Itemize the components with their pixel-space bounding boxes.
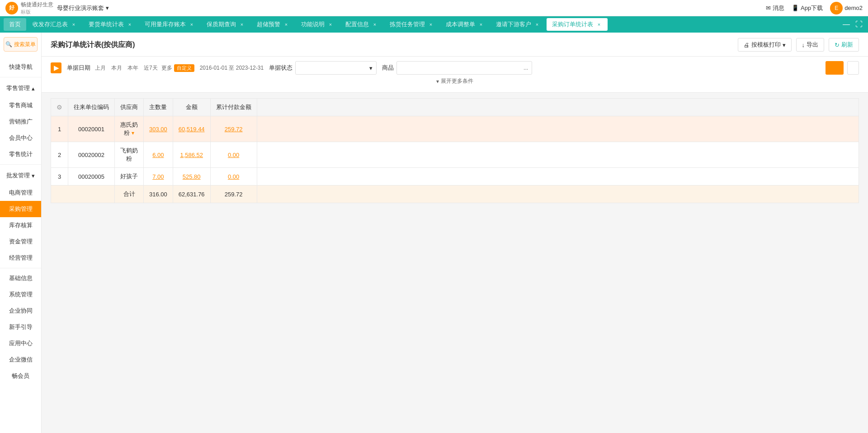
sidebar-search-area: 🔍 搜索菜单: [0, 33, 41, 56]
sidebar-item-ops-mgmt[interactable]: 经营管理: [0, 250, 41, 266]
filter-area: ▶ 单据日期 上月 本月 本年 近7天 更多 自定义 2016-01-01 至 …: [42, 57, 868, 93]
sidebar-item-enterprise-collab[interactable]: 企业协同: [0, 303, 41, 319]
sidebar-item-inventory-check[interactable]: 库存核算: [0, 217, 41, 233]
td-amount-2[interactable]: 1,586.52: [173, 142, 210, 168]
tab-close-cost-adjust[interactable]: ×: [478, 21, 484, 28]
date-custom-badge[interactable]: 自定义: [174, 64, 194, 72]
settings-button[interactable]: [847, 61, 859, 75]
sidebar-item-retail-mgmt[interactable]: 零售管理 ▴: [0, 79, 41, 97]
sidebar-item-ecommerce[interactable]: 电商管理: [0, 185, 41, 201]
tab-overstock[interactable]: 超储预警 ×: [251, 18, 295, 31]
expand-row-1-icon[interactable]: ▾: [132, 130, 134, 136]
filter-toggle-button[interactable]: ▶: [51, 62, 61, 73]
td-amount-1[interactable]: 60,519.44: [173, 116, 210, 142]
sidebar-item-wholesale-mgmt[interactable]: 批发管理 ▾: [0, 167, 41, 185]
sidebar-divider-2: [0, 164, 41, 165]
logo-icon: 好: [5, 2, 18, 14]
export-button[interactable]: ↓ 导出: [796, 38, 825, 52]
goods-filter-label: 商品: [382, 64, 394, 72]
sidebar-item-new-guide[interactable]: 新手引导: [0, 319, 41, 335]
td-paid-amount-1[interactable]: 259.72: [210, 116, 257, 142]
td-footer-label: 合计: [115, 186, 144, 203]
tab-home[interactable]: 首页: [4, 18, 26, 31]
sidebar-item-purchase-mgmt[interactable]: 采购管理: [0, 201, 41, 217]
gear-icon[interactable]: ⚙: [57, 104, 62, 111]
sidebar-item-finance-mgmt[interactable]: 资金管理: [0, 233, 41, 250]
td-main-qty-3[interactable]: 7.00: [144, 168, 173, 186]
tab-cost-adjust[interactable]: 成本调整单 ×: [440, 18, 490, 31]
sidebar-item-vip-member[interactable]: 畅会员: [0, 368, 41, 384]
sidebar-item-member-center[interactable]: 会员中心: [0, 130, 41, 146]
tab-close-invite-downstream[interactable]: ×: [534, 21, 540, 28]
td-paid-amount-2[interactable]: 0.00: [210, 142, 257, 168]
sidebar-item-marketing[interactable]: 营销推广: [0, 114, 41, 130]
more-options-btn[interactable]: ...: [524, 65, 528, 71]
tab-close-purchase-summary[interactable]: ×: [596, 21, 602, 28]
tab-expand-btn[interactable]: ⛶: [854, 19, 864, 30]
query-button[interactable]: [826, 61, 844, 75]
tab-receipt-summary[interactable]: 收发存汇总表 ×: [27, 18, 82, 31]
tab-expiry-query[interactable]: 保质期查询 ×: [201, 18, 250, 31]
tab-minimize-btn[interactable]: —: [841, 19, 852, 30]
tab-config-info[interactable]: 配置信息 ×: [340, 18, 383, 31]
user-menu[interactable]: E demo2: [830, 2, 863, 14]
print-button[interactable]: 🖨 按模板打印 ▾: [738, 38, 792, 52]
app-download-btn[interactable]: 📱 App下载: [792, 4, 823, 12]
tab-close-picking-task[interactable]: ×: [428, 21, 434, 28]
tab-close-function-desc[interactable]: ×: [327, 21, 334, 28]
status-select[interactable]: ▾: [295, 61, 377, 75]
chevron-down-icon: ▾: [106, 5, 109, 11]
sidebar-item-basic-info[interactable]: 基础信息: [0, 270, 41, 286]
tab-close-expiry-query[interactable]: ×: [239, 21, 245, 28]
td-paid-amount-3[interactable]: 0.00: [210, 168, 257, 186]
tab-close-config-info[interactable]: ×: [372, 21, 378, 28]
sidebar-item-sys-mgmt[interactable]: 系统管理: [0, 286, 41, 303]
table-header-row: ⚙ 往来单位编码 供应商 主数量 金额 累计付款金额: [51, 99, 859, 116]
sidebar-item-quick-nav[interactable]: 零售商城 快捷导航: [0, 59, 41, 75]
date-shortcut-this-month[interactable]: 本月: [109, 63, 124, 73]
tab-close-goods-summary[interactable]: ×: [127, 21, 133, 28]
date-shortcut-this-year[interactable]: 本年: [126, 63, 140, 73]
tab-close-receipt-summary[interactable]: ×: [71, 21, 77, 28]
top-bar-left: 好 畅捷通好生意 标版 母婴行业演示账套 ▾: [5, 1, 109, 15]
td-empty-2: [257, 142, 859, 168]
expand-more-btn[interactable]: ▾ 展开更多条件: [51, 75, 859, 88]
refresh-button[interactable]: ↻ 刷新: [829, 38, 859, 52]
table-row[interactable]: 3 00020005 好孩子 7.00 525.80 0.00: [51, 168, 859, 186]
td-amount-3[interactable]: 525.80: [173, 168, 210, 186]
sidebar-item-retail-shop[interactable]: 零售商城: [0, 97, 41, 114]
sidebar-item-enterprise-wechat[interactable]: 企业微信: [0, 352, 41, 368]
sidebar-item-retail-stats[interactable]: 零售统计: [0, 146, 41, 162]
tab-picking-task[interactable]: 拣货任务管理 ×: [384, 18, 439, 31]
workspace-selector[interactable]: 母婴行业演示账套 ▾: [57, 4, 109, 12]
search-menu-button[interactable]: 🔍 搜索菜单: [4, 37, 38, 52]
td-main-qty-1[interactable]: 303.00: [144, 116, 173, 142]
chevron-down-icon: ▾: [783, 42, 786, 48]
tab-purchase-summary[interactable]: 采购订单统计表 ×: [547, 18, 608, 31]
tab-close-available-stock[interactable]: ×: [189, 21, 195, 28]
table-row[interactable]: 2 00020002 飞鹤奶粉 6.00 1,586.52 0.00: [51, 142, 859, 168]
tab-invite-downstream[interactable]: 邀请下游客户 ×: [491, 18, 546, 31]
tab-function-desc[interactable]: 功能说明 ×: [296, 18, 339, 31]
th-main-qty: 主数量: [144, 99, 173, 116]
td-supplier-name-1: 惠氏奶粉 ▾: [115, 116, 144, 142]
td-supplier-code-1: 00020001: [68, 116, 115, 142]
tab-goods-summary[interactable]: 要货单统计表 ×: [83, 18, 138, 31]
td-main-qty-2[interactable]: 6.00: [144, 142, 173, 168]
chevron-down-icon: ▾: [32, 172, 35, 179]
goods-input[interactable]: ...: [396, 61, 532, 75]
td-supplier-code-2: 00020002: [68, 142, 115, 168]
sidebar-item-app-center[interactable]: 应用中心: [0, 335, 41, 352]
page-title: 采购订单统计表(按供应商): [51, 40, 135, 50]
filter-goods-item: 商品 ...: [382, 61, 532, 75]
table-row[interactable]: 1 00020001 惠氏奶粉 ▾ 303.00 60,519.44 259.7…: [51, 116, 859, 142]
date-shortcut-last-month[interactable]: 上月: [93, 63, 108, 73]
tab-available-stock[interactable]: 可用量库存账本 ×: [139, 18, 200, 31]
tab-close-overstock[interactable]: ×: [283, 21, 289, 28]
message-btn[interactable]: ✉ 消息: [766, 4, 784, 12]
filter-row-1: ▶ 单据日期 上月 本月 本年 近7天 更多 自定义 2016-01-01 至 …: [51, 61, 859, 75]
date-shortcut-more[interactable]: 更多: [161, 64, 172, 72]
filter-date-item: 单据日期 上月 本月 本年 近7天 更多 自定义: [67, 63, 194, 73]
date-shortcut-7days[interactable]: 近7天: [142, 63, 160, 73]
th-settings: ⚙: [51, 99, 68, 116]
